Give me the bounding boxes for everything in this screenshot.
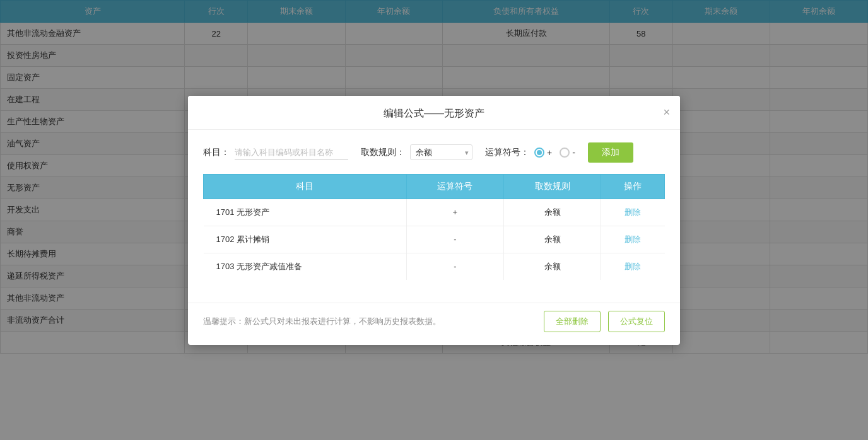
modal-body: 科目： 取数规则： 余额 借方发生额 贷方发生额 借方余额 贷方余额 [188,130,680,303]
footer-hint: 温馨提示：新公式只对未出报表进行计算，不影响历史报表数据。 [203,316,441,327]
modal-header: 编辑公式——无形资产 × [188,96,680,130]
modal-title: 编辑公式——无形资产 [384,108,484,119]
footer-buttons: 全部删除 公式复位 [544,311,665,332]
operator-label: 运算符号： [485,147,529,158]
delete-link[interactable]: 删除 [625,262,641,271]
operator-minus-radio[interactable] [560,148,570,158]
operator-plus-radio[interactable] [534,148,544,158]
th-operator: 运算符号 [406,174,503,199]
formula-table: 科目 运算符号 取数规则 操作 1701 无形资产+余额删除1702 累计摊销-… [203,174,665,280]
modal-close-button[interactable]: × [663,107,670,118]
rule-select-wrap: 余额 借方发生额 贷方发生额 借方余额 贷方余额 [410,144,472,160]
rule-select[interactable]: 余额 借方发生额 贷方发生额 借方余额 贷方余额 [410,144,472,160]
rule-label: 取数规则： [361,147,405,158]
delete-link[interactable]: 删除 [625,234,641,244]
rule-group: 取数规则： 余额 借方发生额 贷方发生额 借方余额 贷方余额 [361,144,472,160]
table-row: 1701 无形资产+余额删除 [204,199,665,226]
subject-group: 科目： [203,145,348,160]
modal-overlay: 编辑公式——无形资产 × 科目： 取数规则： 余额 [0,0,868,440]
subject-label: 科目： [203,147,230,158]
table-row: 1702 累计摊销-余额删除 [204,226,665,253]
delete-all-button[interactable]: 全部删除 [544,311,601,332]
operator-minus-item[interactable]: - [560,148,575,158]
subject-input[interactable] [235,145,348,160]
edit-formula-modal: 编辑公式——无形资产 × 科目： 取数规则： 余额 [188,96,680,345]
reset-formula-button[interactable]: 公式复位 [608,311,665,332]
th-subject: 科目 [204,174,407,199]
operator-group: 运算符号： + - [485,147,575,158]
page-wrapper: 资产 行次 期末余额 年初余额 负债和所有者权益 行次 期末余额 年初余额 其他… [0,0,868,440]
delete-link[interactable]: 删除 [625,207,641,217]
operator-plus-label: + [547,148,552,158]
operator-minus-label: - [572,148,575,158]
th-rule: 取数规则 [503,174,601,199]
operator-radio-group: + - [534,148,575,158]
table-row: 1703 无形资产减值准备-余额删除 [204,253,665,280]
add-button[interactable]: 添加 [588,142,633,163]
operator-plus-item[interactable]: + [534,148,552,158]
modal-footer: 温馨提示：新公式只对未出报表进行计算，不影响历史报表数据。 全部删除 公式复位 [188,303,680,345]
th-action: 操作 [601,174,665,199]
form-row: 科目： 取数规则： 余额 借方发生额 贷方发生额 借方余额 贷方余额 [203,142,665,163]
